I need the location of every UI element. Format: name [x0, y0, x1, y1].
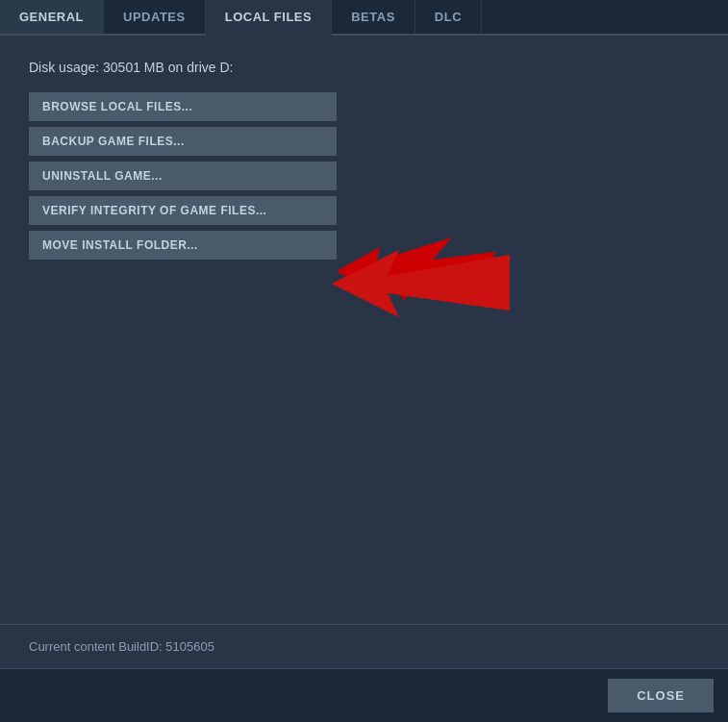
svg-marker-3	[332, 250, 510, 317]
tab-dlc[interactable]: DLC	[415, 0, 482, 34]
svg-marker-1	[337, 247, 380, 295]
tab-updates[interactable]: UPDATES	[104, 0, 206, 34]
svg-marker-0	[375, 237, 495, 300]
red-arrow-indicator	[332, 245, 515, 336]
bottom-bar: CLOSE	[0, 668, 728, 722]
build-id-label: Current content BuildID: 5105605	[29, 639, 699, 654]
close-button[interactable]: CLOSE	[608, 679, 714, 712]
uninstall-game-button[interactable]: UNINSTALL GAME...	[29, 162, 337, 190]
tab-bar: GENERAL UPDATES LOCAL FILES BETAS DLC	[0, 0, 728, 36]
tab-local-files[interactable]: LOCAL FILES	[206, 0, 332, 36]
tab-betas[interactable]: BETAS	[332, 0, 415, 34]
disk-usage-label: Disk usage: 30501 MB on drive D:	[29, 60, 699, 75]
backup-game-files-button[interactable]: BACKUP GAME FILES...	[29, 127, 337, 156]
browse-local-files-button[interactable]: BROWSE LOCAL FILES...	[29, 92, 337, 121]
action-buttons-section: BROWSE LOCAL FILES... BACKUP GAME FILES.…	[29, 92, 337, 260]
move-install-folder-button[interactable]: MOVE INSTALL FOLDER...	[29, 231, 337, 260]
steam-properties-window: GENERAL UPDATES LOCAL FILES BETAS DLC Di…	[0, 0, 728, 722]
footer: Current content BuildID: 5105605	[0, 624, 728, 668]
verify-integrity-button[interactable]: VERIFY INTEGRITY OF GAME FILES...	[29, 196, 337, 225]
main-content: Disk usage: 30501 MB on drive D: BROWSE …	[0, 36, 728, 624]
arrow-annotation	[327, 233, 500, 313]
tab-general[interactable]: GENERAL	[0, 0, 104, 34]
